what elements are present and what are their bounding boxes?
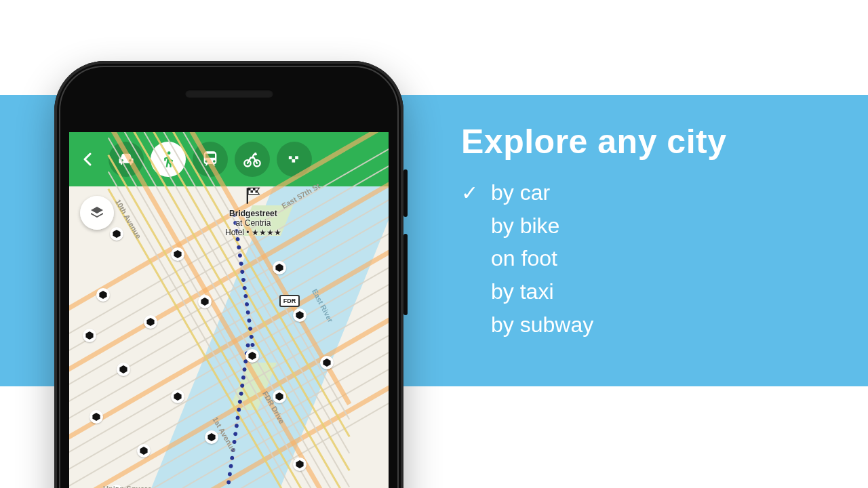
destination-sub: at Centria [225,218,281,228]
destination-pin[interactable]: Bridgestreet at Centria Hotel • ★★★★ [225,186,281,237]
promo-item: by bike [461,209,841,243]
promo-item: by taxi [461,275,841,308]
promo-item: by subway [461,308,841,342]
promo-item-label: by subway [491,308,593,342]
promo-item: ✓by car [461,176,841,209]
promo-item: on foot [461,242,841,275]
check-icon: ✓ [461,178,491,209]
destination-rating: Hotel • ★★★★ [225,228,281,237]
map-canvas[interactable]: Bridgestreet at Centria Hotel • ★★★★ Eas… [69,186,389,488]
svg-rect-13 [256,190,258,193]
svg-rect-4 [289,156,292,159]
svg-rect-12 [251,190,254,193]
mode-bike[interactable] [235,142,270,177]
svg-rect-6 [292,159,296,163]
phone-side-button [403,234,408,315]
layers-button[interactable] [80,196,114,230]
route-badge: FDR [279,295,300,307]
svg-rect-11 [253,188,256,190]
promo-item-label: by bike [491,209,559,243]
phone-side-button [403,169,408,217]
destination-name: Bridgestreet [225,209,281,218]
promo-item-label: by car [491,176,550,209]
svg-point-3 [254,152,257,155]
promo-headline: Explore any city [461,122,841,161]
promo-copy: Explore any city ✓by car by bike on foot… [461,122,841,341]
phone-frame: Bridgestreet at Centria Hotel • ★★★★ Eas… [54,61,403,488]
promo-item-label: by taxi [491,275,553,308]
phone-screen: Bridgestreet at Centria Hotel • ★★★★ Eas… [69,132,389,488]
map-label: Union Square [103,485,152,488]
promo-list: ✓by car by bike on foot by taxi by subwa… [461,176,841,341]
phone-speaker [185,89,273,98]
svg-rect-10 [248,188,251,190]
promo-item-label: on foot [491,242,557,275]
svg-rect-5 [295,156,298,159]
back-button[interactable] [73,144,103,174]
